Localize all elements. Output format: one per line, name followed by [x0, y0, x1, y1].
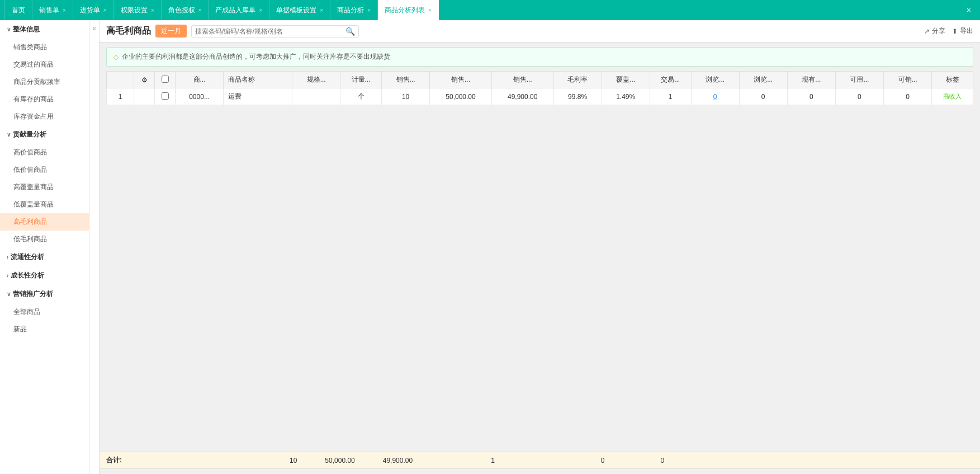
filter-button[interactable]: 近一月 [155, 25, 187, 37]
th-sales-amt[interactable]: 销售... [430, 72, 492, 88]
sidebar-item-high-margin[interactable]: 高毛利商品 [0, 213, 89, 231]
info-icon: ◇ [113, 53, 119, 61]
search-icon[interactable]: 🔍 [345, 27, 355, 36]
th-sales-profit[interactable]: 销售... [491, 72, 553, 88]
cell-num: 1 [107, 88, 134, 105]
nav-tab-permissions[interactable]: 权限设置 × [114, 0, 162, 20]
sidebar-item-low-value[interactable]: 低价值商品 [0, 161, 89, 179]
cell-sales-qty: 10 [382, 88, 430, 105]
growth-label: 成长性分析 [11, 271, 44, 280]
cell-unit: 个 [340, 88, 382, 105]
nav-tab-sales[interactable]: 销售单 × [32, 0, 73, 20]
settings-icon[interactable]: ⚙ [141, 76, 148, 84]
th-unit[interactable]: 计量... [340, 72, 382, 88]
sidebar-group-overall[interactable]: ∨ 整体信息 [0, 20, 89, 39]
row-checkbox[interactable] [162, 92, 169, 100]
sidebar-item-high-coverage[interactable]: 高覆盖量商品 [0, 179, 89, 196]
th-code[interactable]: 商... [175, 72, 223, 88]
nav-tab-purchase[interactable]: 进货单 × [73, 0, 114, 20]
liquidity-arrow: › [7, 254, 8, 260]
sidebar-item-contribution[interactable]: 商品分贡献频率 [0, 73, 89, 91]
nav-tab-roles[interactable]: 角色授权 × [162, 0, 209, 20]
footer-sales-profit: 49,900.00 [383, 457, 413, 464]
cell-gross-rate: 99.8% [553, 88, 602, 105]
share-icon: ↗ [924, 27, 930, 35]
cell-browse1[interactable]: 0 [691, 88, 739, 105]
th-saleable-stock[interactable]: 可销... [883, 72, 931, 88]
header-actions: ↗ 分享 ⬆ 导出 [924, 26, 973, 36]
share-button[interactable]: ↗ 分享 [924, 26, 945, 36]
sidebar: ∨ 整体信息 销售类商品 交易过的商品 商品分贡献频率 有库存的商品 库存资金占… [0, 20, 89, 474]
footer-label: 合计: [106, 456, 122, 465]
th-tag[interactable]: 标签 [932, 72, 973, 88]
search-input[interactable] [195, 27, 343, 35]
sidebar-item-stock-capital[interactable]: 库存资金占用 [0, 108, 89, 125]
th-gross-rate[interactable]: 毛利率 [553, 72, 602, 88]
close-all-button[interactable]: × [962, 6, 976, 15]
th-transaction[interactable]: 交易... [650, 72, 691, 88]
select-all-checkbox[interactable] [162, 76, 169, 83]
cell-sales-profit: 49,900.00 [491, 88, 553, 105]
growth-arrow: › [7, 273, 8, 279]
sidebar-item-low-margin[interactable]: 低毛利商品 [0, 231, 89, 248]
sidebar-collapse-button[interactable]: « [89, 20, 100, 474]
overall-label: 整体信息 [13, 25, 40, 34]
th-browse1[interactable]: 浏览... [691, 72, 739, 88]
content-area: 高毛利商品 近一月 🔍 ↗ 分享 ⬆ 导出 ◇ 企业的主要的利润都是这部分商品创… [100, 20, 980, 474]
th-current-stock[interactable]: 现有... [787, 72, 835, 88]
cell-avail-stock: 0 [835, 88, 883, 105]
close-template-tab[interactable]: × [320, 7, 323, 13]
close-analysis-list-tab[interactable]: × [428, 7, 432, 13]
sidebar-group-growth[interactable]: › 成长性分析 [0, 266, 89, 285]
sidebar-item-low-coverage[interactable]: 低覆盖量商品 [0, 196, 89, 213]
th-sales-qty[interactable]: 销售... [382, 72, 430, 88]
sidebar-group-contribution[interactable]: ∨ 贡献量分析 [0, 125, 89, 144]
cell-name: 运费 [224, 88, 292, 105]
contribution-label: 贡献量分析 [13, 130, 46, 139]
sidebar-item-new-goods[interactable]: 新品 [0, 321, 89, 338]
nav-tab-home[interactable]: 首页 [4, 0, 32, 20]
close-roles-tab[interactable]: × [198, 7, 202, 13]
nav-tab-production[interactable]: 产成品入库单 × [209, 0, 269, 20]
nav-tab-analysis-list[interactable]: 商品分析列表 × [378, 0, 439, 20]
close-production-tab[interactable]: × [259, 7, 262, 13]
sidebar-group-liquidity[interactable]: › 流通性分析 [0, 248, 89, 266]
nav-tab-template[interactable]: 单据模板设置 × [269, 0, 330, 20]
footer-current-stock: 0 [601, 457, 605, 464]
export-icon: ⬆ [952, 27, 958, 35]
th-browse2[interactable]: 浏览... [739, 72, 787, 88]
th-avail-stock[interactable]: 可用... [835, 72, 883, 88]
table-container: ⚙ 商... 商品名称 规格... 计量... 销售... 销售... 销售..… [106, 71, 973, 452]
close-sales-tab[interactable]: × [63, 7, 66, 13]
cell-tag: 高收入 [932, 88, 973, 105]
info-banner: ◇ 企业的主要的利润都是这部分商品创造的，可考虑加大推广，同时关注库存是不要出现… [106, 47, 973, 67]
sidebar-item-sales-goods[interactable]: 销售类商品 [0, 39, 89, 56]
sidebar-item-traded-goods[interactable]: 交易过的商品 [0, 56, 89, 73]
export-button[interactable]: ⬆ 导出 [952, 26, 973, 36]
cell-transaction: 1 [650, 88, 691, 105]
cell-coverage: 1.49% [602, 88, 650, 105]
cell-browse2: 0 [739, 88, 787, 105]
close-purchase-tab[interactable]: × [103, 7, 107, 13]
sidebar-item-all-goods[interactable]: 全部商品 [0, 303, 89, 321]
th-settings[interactable]: ⚙ [134, 72, 155, 88]
cell-checkbox[interactable] [155, 88, 176, 105]
close-analysis-tab[interactable]: × [367, 7, 371, 13]
sidebar-item-in-stock[interactable]: 有库存的商品 [0, 91, 89, 108]
main-container: ∨ 整体信息 销售类商品 交易过的商品 商品分贡献频率 有库存的商品 库存资金占… [0, 20, 980, 474]
close-permissions-tab[interactable]: × [151, 7, 154, 13]
sidebar-group-marketing[interactable]: ∨ 营销推广分析 [0, 285, 89, 303]
th-name[interactable]: 商品名称 [224, 72, 292, 88]
marketing-label: 营销推广分析 [13, 289, 53, 299]
info-text: 企业的主要的利润都是这部分商品创造的，可考虑加大推广，同时关注库存是不要出现缺货 [122, 52, 390, 62]
nav-tab-analysis[interactable]: 商品分析 × [330, 0, 378, 20]
page-title: 高毛利商品 [106, 25, 151, 37]
th-spec[interactable]: 规格... [292, 72, 340, 88]
footer-transaction: 1 [491, 457, 495, 464]
content-header: 高毛利商品 近一月 🔍 ↗ 分享 ⬆ 导出 [100, 20, 980, 43]
bottom-scrollbar[interactable] [100, 468, 980, 474]
th-coverage[interactable]: 覆盖... [602, 72, 650, 88]
sidebar-item-high-value[interactable]: 高价值商品 [0, 144, 89, 161]
th-num [107, 72, 134, 88]
footer-avail-stock: 0 [661, 457, 665, 464]
